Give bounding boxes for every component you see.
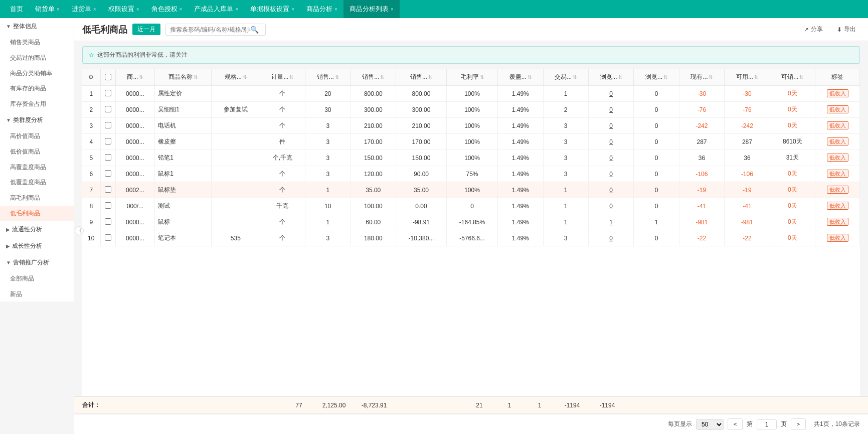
sidebar-item-high-value[interactable]: 高价值商品 — [0, 128, 74, 144]
row-select-checkbox[interactable] — [105, 90, 111, 96]
sort-icon[interactable]: ⇅ — [573, 74, 577, 80]
row-sale-price: 170.00 — [351, 134, 396, 150]
sort-icon[interactable]: ⇅ — [799, 74, 803, 80]
sidebar-item-low-coverage[interactable]: 低覆盖度商品 — [0, 175, 74, 190]
sidebar-item-category-rate[interactable]: 商品分类助销率 — [0, 66, 74, 81]
per-page-select[interactable]: 50 20 100 — [696, 419, 724, 430]
browse1-link[interactable]: 0 — [609, 106, 613, 113]
nav-close-icon[interactable]: × — [180, 7, 183, 12]
browse1-link[interactable]: 0 — [609, 187, 613, 194]
row-trans-count: 1 — [543, 198, 588, 214]
search-input[interactable] — [170, 26, 250, 33]
export-button[interactable]: ⬇ 导出 — [833, 23, 860, 36]
row-select-checkbox[interactable] — [105, 186, 111, 193]
filter-recent-month-button[interactable]: 近一月 — [132, 24, 160, 35]
row-select-checkbox[interactable] — [105, 218, 111, 225]
row-browse2: 0 — [634, 198, 679, 214]
sidebar-item-with-stock[interactable]: 有库存的商品 — [0, 81, 74, 96]
sidebar-item-new-products[interactable]: 新品 — [0, 286, 74, 302]
nav-close-icon[interactable]: × — [235, 7, 238, 12]
th-settings: ⚙ — [82, 69, 100, 86]
sort-icon[interactable]: ⇅ — [754, 74, 758, 80]
nav-close-icon[interactable]: × — [334, 7, 337, 12]
row-coverage: 1.49% — [498, 86, 543, 102]
row-browse1: 1 — [588, 214, 633, 230]
row-select-checkbox[interactable] — [105, 122, 111, 128]
row-select-checkbox[interactable] — [105, 154, 111, 161]
nav-purchase-order[interactable]: 进货单 × — [66, 0, 102, 18]
sidebar-group-cluster[interactable]: ▼ 类群度分析 — [0, 112, 74, 128]
browse1-link[interactable]: 1 — [609, 219, 613, 226]
browse1-link[interactable]: 0 — [609, 138, 613, 146]
row-sale-amount: 35.00 — [396, 182, 446, 198]
browse1-link[interactable]: 0 — [609, 203, 613, 210]
sidebar-group-circulation[interactable]: ▶ 流通性分析 — [0, 221, 74, 238]
nav-product-analysis-list[interactable]: 商品分析列表 × — [343, 0, 400, 18]
th-saleable: 可销...⇅ — [770, 69, 815, 86]
nav-role-auth[interactable]: 角色授权 × — [145, 0, 189, 18]
sort-icon[interactable]: ⇅ — [194, 74, 198, 80]
next-page-button[interactable]: ＞ — [791, 418, 806, 430]
row-select-checkbox[interactable] — [105, 234, 111, 241]
browse1-link[interactable]: 0 — [609, 235, 613, 242]
sidebar-item-low-margin[interactable]: 低毛利商品 — [0, 206, 74, 221]
sort-icon[interactable]: ⇅ — [380, 74, 384, 80]
sort-icon[interactable]: ⇅ — [139, 74, 143, 80]
sidebar-group-overall[interactable]: ▼ 整体信息 — [0, 18, 74, 35]
nav-close-icon[interactable]: × — [57, 7, 60, 12]
page-number-input[interactable] — [757, 419, 777, 429]
sort-icon[interactable]: ⇅ — [243, 74, 247, 80]
row-sale-price: 300.00 — [351, 102, 396, 118]
browse1-link[interactable]: 0 — [609, 171, 613, 178]
sidebar-item-stock-capital[interactable]: 库存资金占用 — [0, 96, 74, 112]
sort-icon[interactable]: ⇅ — [618, 74, 622, 80]
column-settings-icon[interactable]: ⚙ — [88, 74, 94, 81]
sidebar-group-growth[interactable]: ▶ 成长性分析 — [0, 238, 74, 254]
row-sale-price: 180.00 — [351, 230, 396, 246]
share-button[interactable]: ↗ 分享 — [800, 23, 827, 36]
select-all-checkbox[interactable] — [105, 74, 111, 80]
sidebar-item-sales-products[interactable]: 销售类商品 — [0, 35, 74, 50]
sort-icon[interactable]: ⇅ — [709, 74, 713, 80]
nav-close-icon[interactable]: × — [136, 7, 139, 12]
row-select-checkbox[interactable] — [105, 202, 111, 209]
tag-badge: 低收入 — [827, 89, 848, 97]
sidebar-item-traded-products[interactable]: 交易过的商品 — [0, 50, 74, 66]
sort-icon[interactable]: ⇅ — [480, 74, 484, 80]
sidebar-group-marketing[interactable]: ▼ 营销推广分析 — [0, 254, 74, 271]
sort-icon[interactable]: ⇅ — [289, 74, 293, 80]
nav-product-analysis[interactable]: 商品分析 × — [300, 0, 343, 18]
row-no: 3 — [82, 118, 100, 134]
nav-close-icon[interactable]: × — [291, 7, 294, 12]
sort-icon[interactable]: ⇅ — [428, 74, 432, 80]
sidebar-item-low-value[interactable]: 低价值商品 — [0, 144, 74, 160]
nav-home[interactable]: 首页 — [4, 0, 29, 18]
sidebar-item-high-margin[interactable]: 高毛利商品 — [0, 190, 74, 206]
nav-sales-order[interactable]: 销货单 × — [29, 0, 66, 18]
row-spec: 参加复试 — [211, 102, 260, 118]
nav-product-inbound[interactable]: 产成品入库单 × — [188, 0, 244, 18]
browse1-link[interactable]: 0 — [609, 90, 613, 97]
sidebar-collapse-btn[interactable]: 《 — [75, 226, 84, 235]
row-checkbox — [100, 118, 115, 134]
sort-icon[interactable]: ⇅ — [663, 74, 667, 80]
th-sale-qty: 销售...⇅ — [305, 69, 351, 86]
table-row: 10 0000... 笔记本 535 个 3 180.00 -10,380...… — [82, 230, 860, 246]
sort-icon[interactable]: ⇅ — [335, 74, 339, 80]
search-icon[interactable]: 🔍 — [250, 26, 259, 34]
sidebar-item-all-products[interactable]: 全部商品 — [0, 271, 74, 286]
nav-template-settings[interactable]: 单据模板设置 × — [244, 0, 300, 18]
sort-icon[interactable]: ⇅ — [528, 74, 532, 80]
browse1-link[interactable]: 0 — [609, 155, 613, 162]
sidebar-item-high-coverage[interactable]: 高覆盖度商品 — [0, 160, 74, 175]
nav-permissions[interactable]: 权限设置 × — [102, 0, 145, 18]
row-select-checkbox[interactable] — [105, 106, 111, 112]
row-tag: 低收入 — [815, 150, 860, 166]
row-select-checkbox[interactable] — [105, 138, 111, 144]
row-select-checkbox[interactable] — [105, 170, 111, 177]
nav-close-icon[interactable]: × — [391, 7, 394, 12]
prev-page-button[interactable]: ＜ — [728, 418, 743, 430]
nav-close-icon[interactable]: × — [93, 7, 96, 12]
tag-badge: 低收入 — [827, 154, 848, 162]
browse1-link[interactable]: 0 — [609, 122, 613, 129]
